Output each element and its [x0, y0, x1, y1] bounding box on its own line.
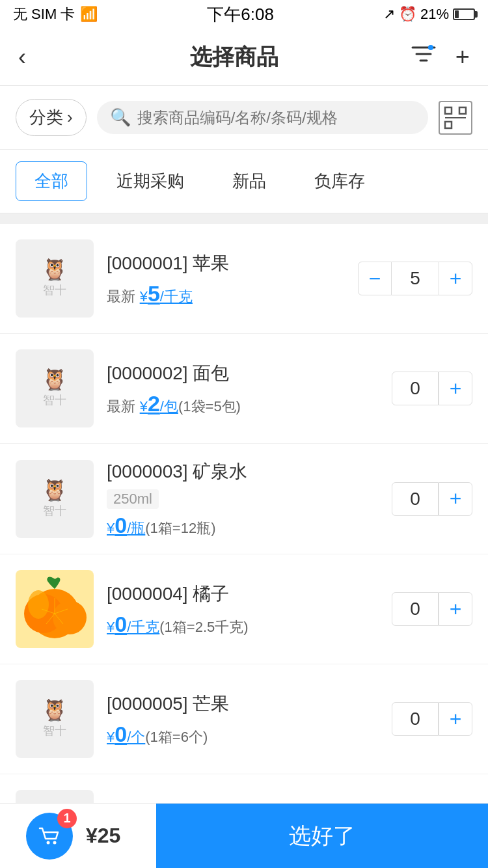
filter-tabs: 全部 近期采购 新品 负库存 — [0, 150, 488, 213]
price-prefix: 最新 — [107, 398, 135, 414]
cart-icon — [36, 823, 62, 849]
placeholder-text: 智十 — [43, 503, 66, 519]
qty-control: − + — [358, 262, 472, 295]
status-time: 下午6:08 — [207, 3, 274, 26]
qty-input[interactable] — [392, 482, 439, 516]
qty-plus-button[interactable]: + — [439, 372, 472, 405]
scan-icon[interactable] — [439, 101, 472, 135]
qty-plus-button[interactable]: + — [439, 482, 472, 516]
price-number: 2 — [148, 391, 160, 416]
product-image-graphic — [19, 573, 90, 645]
qty-control: + — [392, 482, 472, 516]
price-pack: (1箱=6个) — [145, 729, 208, 745]
add-button[interactable]: + — [455, 43, 470, 71]
battery-pct: 21% — [420, 6, 449, 23]
qty-input[interactable] — [392, 702, 439, 736]
product-item: 🦉 智十 [0000003] 矿泉水 250ml ¥0/瓶(1箱=12瓶) + — [0, 444, 488, 554]
product-item: [0000004] 橘子 ¥0/千克(1箱=2.5千克) + — [0, 554, 488, 664]
status-right: ↗ ⏰ 21% — [383, 6, 475, 23]
cart-section: 1 ¥25 — [0, 813, 156, 860]
price-number: 0 — [115, 722, 127, 746]
qty-input[interactable] — [392, 592, 439, 626]
price-pack: (1箱=12瓶) — [145, 520, 215, 536]
tab-recent[interactable]: 近期采购 — [98, 161, 203, 201]
placeholder-text: 智十 — [43, 723, 66, 739]
svg-point-10 — [28, 590, 49, 619]
status-carrier: 无 SIM 卡 📶 — [13, 5, 98, 24]
qty-plus-button[interactable]: + — [439, 702, 472, 736]
price-prefix: 最新 — [107, 288, 135, 305]
filter-icon[interactable] — [411, 43, 436, 71]
qty-control: + — [392, 702, 472, 736]
product-image: 🦉 智十 — [16, 239, 94, 318]
price-currency: ¥ — [107, 619, 115, 635]
owl-icon: 🦉 — [42, 369, 68, 390]
price-number: 5 — [148, 281, 160, 306]
qty-minus-button[interactable]: − — [358, 262, 392, 295]
status-bar: 无 SIM 卡 📶 下午6:08 ↗ ⏰ 21% — [0, 0, 488, 29]
battery-icon — [453, 8, 475, 20]
product-image: 🦉 智十 — [16, 460, 94, 538]
cart-button[interactable]: 1 — [26, 813, 73, 860]
location-icon: ↗ — [383, 6, 395, 23]
nav-bar: ‹ 选择商品 + — [0, 29, 488, 86]
product-info: [0000005] 芒果 ¥0/个(1箱=6个) — [107, 692, 379, 747]
product-list: 🦉 智十 [0000001] 苹果 最新 ¥5/千克 − + 🦉 智十 [000… — [0, 224, 488, 868]
tab-all[interactable]: 全部 — [16, 161, 87, 201]
owl-icon: 🦉 — [42, 699, 68, 720]
product-info: [0000003] 矿泉水 250ml ¥0/瓶(1箱=12瓶) — [107, 459, 379, 538]
price-currency: ¥ — [140, 398, 148, 414]
product-name: [0000003] 矿泉水 — [107, 459, 379, 484]
alarm-icon: ⏰ — [399, 6, 416, 23]
product-image: 🦉 智十 — [16, 349, 94, 427]
price-unit: /千克 — [127, 619, 159, 635]
search-input[interactable] — [137, 109, 415, 127]
product-image: 🦉 智十 — [16, 680, 94, 758]
qty-control: + — [392, 592, 472, 626]
search-area: 分类 › 🔍 — [0, 86, 488, 150]
product-info: [0000001] 苹果 最新 ¥5/千克 — [107, 251, 345, 306]
qty-input[interactable] — [392, 262, 439, 295]
placeholder-text: 智十 — [43, 392, 66, 408]
product-placeholder: 🦉 智十 — [42, 369, 68, 408]
product-price: ¥0/瓶(1箱=12瓶) — [107, 513, 379, 538]
cart-badge: 1 — [57, 809, 77, 828]
price-unit: /包 — [160, 398, 178, 414]
wifi-icon: 📶 — [80, 6, 98, 23]
product-item: 🦉 智十 [0000005] 芒果 ¥0/个(1箱=6个) + — [0, 664, 488, 774]
product-spec: 250ml — [107, 489, 159, 509]
product-name: [0000004] 橘子 — [107, 582, 379, 606]
category-button[interactable]: 分类 › — [16, 99, 87, 136]
qty-plus-button[interactable]: + — [439, 592, 472, 626]
product-image — [16, 570, 94, 648]
product-name: [0000005] 芒果 — [107, 692, 379, 716]
placeholder-text: 智十 — [43, 282, 66, 298]
back-button[interactable]: ‹ — [18, 44, 57, 71]
qty-input[interactable] — [392, 372, 439, 405]
svg-rect-4 — [445, 107, 452, 114]
tab-new[interactable]: 新品 — [213, 161, 285, 201]
price-number: 0 — [115, 612, 127, 636]
svg-point-18 — [53, 841, 57, 844]
product-placeholder: 🦉 智十 — [42, 259, 68, 298]
confirm-button[interactable]: 选好了 — [156, 804, 488, 868]
price-unit: /瓶 — [127, 520, 145, 536]
svg-point-3 — [428, 45, 433, 50]
price-number: 0 — [115, 513, 127, 537]
product-price: ¥0/个(1箱=6个) — [107, 722, 379, 747]
section-divider — [0, 213, 488, 224]
svg-rect-5 — [459, 107, 466, 114]
price-currency: ¥ — [140, 288, 148, 305]
category-chevron: › — [67, 107, 73, 128]
product-info: [0000002] 面包 最新 ¥2/包(1袋=5包) — [107, 361, 379, 416]
product-item: 🦉 智十 [0000001] 苹果 最新 ¥5/千克 − + — [0, 224, 488, 334]
category-label: 分类 — [29, 106, 63, 129]
qty-plus-button[interactable]: + — [439, 262, 472, 295]
tab-negative[interactable]: 负库存 — [295, 161, 384, 201]
bottom-bar: 1 ¥25 选好了 — [0, 803, 488, 868]
product-placeholder: 🦉 智十 — [42, 699, 68, 739]
price-currency: ¥ — [107, 729, 115, 745]
svg-rect-6 — [445, 122, 452, 128]
product-name: [0000002] 面包 — [107, 361, 379, 386]
nav-actions: + — [411, 43, 470, 71]
